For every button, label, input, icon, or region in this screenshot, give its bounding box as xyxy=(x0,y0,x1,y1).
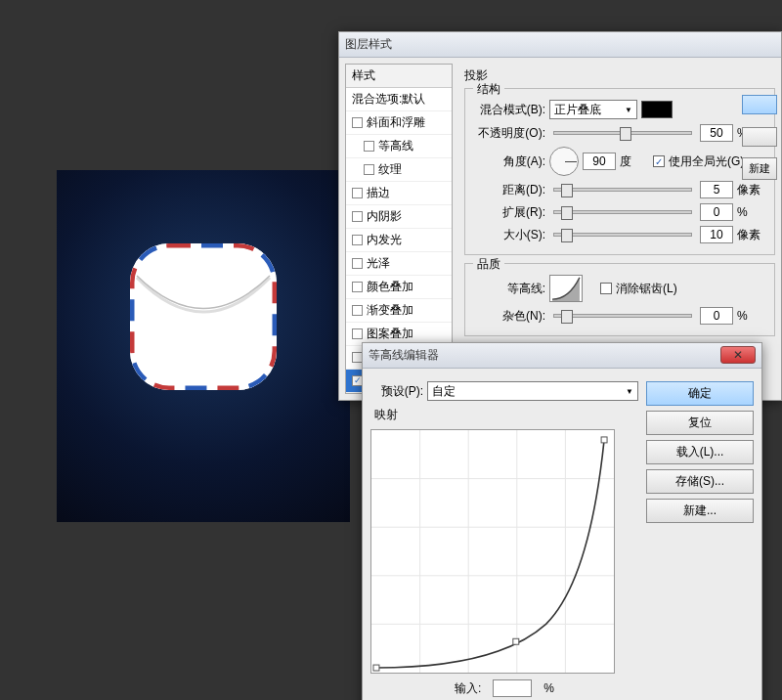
opacity-input[interactable]: 50 xyxy=(700,124,733,142)
mapping-label: 映射 xyxy=(374,407,638,423)
style-item[interactable]: 渐变叠加 xyxy=(346,299,452,323)
style-item[interactable]: 斜面和浮雕 xyxy=(346,111,452,135)
unit: 度 xyxy=(620,153,649,170)
global-light-label: 使用全局光(G) xyxy=(669,153,744,170)
reset-button[interactable]: 复位 xyxy=(646,411,754,435)
noise-input[interactable]: 0 xyxy=(700,307,733,325)
blend-mode-dropdown[interactable]: 正片叠底▼ xyxy=(549,100,637,119)
window-title: 图层样式 xyxy=(345,36,392,53)
size-slider[interactable] xyxy=(553,233,692,237)
checkbox[interactable] xyxy=(352,258,363,269)
checkbox[interactable] xyxy=(364,164,374,175)
input-value[interactable] xyxy=(493,679,532,697)
unit: % xyxy=(737,309,766,323)
checkbox[interactable] xyxy=(364,141,374,152)
unit: 像素 xyxy=(737,227,766,243)
structure-group: 结构 混合模式(B): 正片叠底▼ 不透明度(O): 50 % 角度(A): 9… xyxy=(464,88,775,255)
checkbox[interactable] xyxy=(352,282,363,292)
svg-rect-1 xyxy=(130,243,277,390)
mail-icon xyxy=(125,239,282,395)
close-icon: ✕ xyxy=(733,348,743,362)
opacity-slider[interactable] xyxy=(553,131,692,135)
style-item[interactable]: 内发光 xyxy=(346,229,452,252)
chevron-down-icon: ▼ xyxy=(625,106,632,114)
cancel-partial-button[interactable] xyxy=(742,127,777,147)
anti-alias-label: 消除锯齿(L) xyxy=(616,281,677,297)
unit: % xyxy=(543,681,554,695)
noise-label: 杂色(N): xyxy=(473,308,545,325)
quality-group: 品质 等高线: 消除锯齿(L) 杂色(N): 0 % xyxy=(464,263,775,336)
canvas-preview xyxy=(57,170,350,522)
style-item[interactable]: 等高线 xyxy=(346,135,452,158)
distance-label: 距离(D): xyxy=(473,182,545,198)
dialog-side-buttons: 新建 xyxy=(742,91,781,184)
chevron-down-icon: ▼ xyxy=(626,387,633,396)
ok-partial-button[interactable] xyxy=(742,95,777,114)
window-title: 等高线编辑器 xyxy=(369,347,439,364)
unit: % xyxy=(737,205,766,219)
angle-label: 角度(A): xyxy=(473,153,545,170)
close-button[interactable]: ✕ xyxy=(720,346,756,364)
unit: 像素 xyxy=(737,182,766,198)
size-label: 大小(S): xyxy=(473,227,545,243)
checkbox[interactable] xyxy=(352,328,363,339)
titlebar[interactable]: 图层样式 xyxy=(339,32,781,58)
svg-rect-14 xyxy=(513,638,519,644)
contour-thumb[interactable] xyxy=(549,275,583,302)
checkbox[interactable] xyxy=(352,211,363,222)
style-item[interactable]: 描边 xyxy=(346,182,452,205)
distance-input[interactable]: 5 xyxy=(700,181,733,198)
shadow-color-swatch[interactable] xyxy=(641,101,673,118)
legend: 结构 xyxy=(473,81,504,98)
angle-dial[interactable] xyxy=(549,147,579,176)
input-label: 输入: xyxy=(455,680,481,697)
checkbox[interactable] xyxy=(352,305,363,316)
noise-slider[interactable] xyxy=(553,314,692,318)
titlebar[interactable]: 等高线编辑器 ✕ xyxy=(363,343,761,369)
size-input[interactable]: 10 xyxy=(700,226,733,243)
save-button[interactable]: 存储(S)... xyxy=(646,469,754,494)
style-item[interactable]: 光泽 xyxy=(346,252,452,276)
svg-rect-15 xyxy=(601,437,607,443)
load-button[interactable]: 载入(L)... xyxy=(646,440,754,464)
svg-rect-13 xyxy=(373,665,379,671)
blend-mode-label: 混合模式(B): xyxy=(473,102,545,118)
style-item[interactable]: 内阴影 xyxy=(346,205,452,229)
style-item[interactable]: 纹理 xyxy=(346,158,452,182)
spread-input[interactable]: 0 xyxy=(700,203,733,221)
checkbox[interactable] xyxy=(352,235,363,245)
spread-label: 扩展(R): xyxy=(473,204,545,221)
opacity-label: 不透明度(O): xyxy=(473,125,545,142)
global-light-checkbox[interactable]: ✓ xyxy=(653,155,665,167)
blend-options-row[interactable]: 混合选项:默认 xyxy=(346,88,452,111)
styles-header: 样式 xyxy=(346,65,452,88)
contour-label: 等高线: xyxy=(473,281,545,297)
angle-input[interactable]: 90 xyxy=(583,153,616,170)
new-style-button[interactable]: 新建 xyxy=(742,157,777,180)
spread-slider[interactable] xyxy=(553,210,692,214)
preset-label: 预设(P): xyxy=(370,383,423,400)
contour-editor-dialog: 等高线编辑器 ✕ 预设(P): 自定▼ 映射 xyxy=(362,342,762,700)
style-item[interactable]: 颜色叠加 xyxy=(346,276,452,299)
legend: 品质 xyxy=(473,256,504,273)
contour-graph[interactable] xyxy=(370,429,615,674)
ok-button[interactable]: 确定 xyxy=(646,381,754,406)
new-button[interactable]: 新建... xyxy=(646,499,754,523)
panel-title: 投影 xyxy=(464,67,775,84)
distance-slider[interactable] xyxy=(553,188,692,192)
preset-dropdown[interactable]: 自定▼ xyxy=(427,381,638,401)
checkbox[interactable] xyxy=(352,117,363,128)
checkbox[interactable] xyxy=(352,188,363,198)
anti-alias-checkbox[interactable] xyxy=(600,283,612,294)
